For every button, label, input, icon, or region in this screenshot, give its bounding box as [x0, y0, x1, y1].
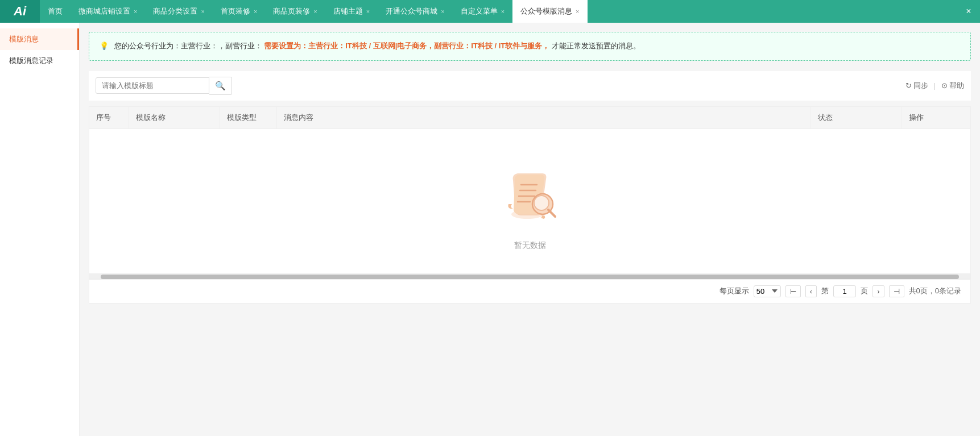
- search-area: 🔍: [96, 77, 232, 95]
- tab-close-icon[interactable]: ×: [576, 8, 579, 15]
- empty-icon: [496, 163, 564, 231]
- search-input[interactable]: [96, 77, 209, 94]
- empty-text: 暂无数据: [514, 240, 546, 251]
- table-header-模版名称: 模版名称: [129, 107, 220, 128]
- alert-highlight: 需要设置为：主营行业：IT科技 / 互联网|电子商务，副营行业：IT科技 / I…: [264, 41, 549, 50]
- last-page-button[interactable]: ⊣: [889, 285, 904, 297]
- nav-tab-自定义菜单[interactable]: 自定义菜单×: [453, 0, 512, 23]
- svg-line-7: [548, 210, 555, 217]
- svg-point-6: [534, 196, 549, 210]
- sidebar-item-模版消息[interactable]: 模版消息: [0, 28, 79, 50]
- page-label: 第: [821, 286, 829, 296]
- pagination: 每页显示 50 10 20 100 ⊢ ‹ 第 页 › ⊣ 共0页，0条记录: [89, 279, 970, 303]
- help-label: 帮助: [949, 81, 964, 91]
- nav-tab-首页[interactable]: 首页: [40, 0, 71, 23]
- horizontal-scrollbar[interactable]: [89, 273, 970, 279]
- sidebar-item-模版消息记录[interactable]: 模版消息记录: [0, 50, 79, 72]
- page-summary: 共0页，0条记录: [909, 286, 961, 296]
- tab-close-icon[interactable]: ×: [134, 8, 137, 15]
- sync-icon: ↻: [905, 81, 912, 90]
- nav-tab-首页装修[interactable]: 首页装修×: [213, 0, 265, 23]
- nav-tab-开通公众号商城[interactable]: 开通公众号商城×: [378, 0, 452, 23]
- alert-prefix: 您的公众号行业为：主营行业：，副营行业：: [114, 41, 262, 50]
- tab-close-icon[interactable]: ×: [313, 8, 317, 15]
- nav-tabs: 首页微商城店铺设置×商品分类设置×首页装修×商品页装修×店铺主题×开通公众号商城…: [40, 0, 957, 23]
- nav-tab-店铺主题[interactable]: 店铺主题×: [325, 0, 378, 23]
- nav-tab-微商城店铺设置[interactable]: 微商城店铺设置×: [71, 0, 145, 23]
- empty-state: 暂无数据: [89, 129, 970, 273]
- toolbar-divider: |: [934, 81, 936, 90]
- next-page-button[interactable]: ›: [873, 285, 884, 297]
- table-header-消息内容: 消息内容: [277, 107, 811, 128]
- main-layout: 模版消息模版消息记录 💡 您的公众号行业为：主营行业：，副营行业： 需要设置为：…: [0, 23, 980, 436]
- table-header-序号: 序号: [89, 107, 129, 128]
- tab-close-icon[interactable]: ×: [441, 8, 444, 15]
- top-nav: Ai 首页微商城店铺设置×商品分类设置×首页装修×商品页装修×店铺主题×开通公众…: [0, 0, 980, 23]
- industry-alert: 💡 您的公众号行业为：主营行业：，副营行业： 需要设置为：主营行业：IT科技 /…: [89, 32, 971, 61]
- table-header: 序号模版名称模版类型消息内容状态操作: [89, 107, 970, 129]
- help-icon: ⊙: [941, 81, 948, 90]
- sync-button[interactable]: ↻ 同步: [905, 81, 928, 91]
- nav-tab-商品分类设置[interactable]: 商品分类设置×: [145, 0, 212, 23]
- nav-tab-公众号模版消息[interactable]: 公众号模版消息×: [512, 0, 587, 23]
- sidebar: 模版消息模版消息记录: [0, 23, 80, 436]
- toolbar-right: ↻ 同步 | ⊙ 帮助: [905, 81, 964, 91]
- toolbar: 🔍 ↻ 同步 | ⊙ 帮助: [89, 71, 971, 101]
- prev-page-button[interactable]: ‹: [805, 285, 817, 297]
- app-logo[interactable]: Ai: [0, 0, 40, 23]
- content-area: 💡 您的公众号行业为：主营行业：，副营行业： 需要设置为：主营行业：IT科技 /…: [80, 23, 980, 436]
- data-table: 序号模版名称模版类型消息内容状态操作: [89, 106, 971, 304]
- alert-suffix: 才能正常发送预置的消息。: [552, 41, 640, 50]
- help-button[interactable]: ⊙ 帮助: [941, 81, 964, 91]
- alert-icon: 💡: [100, 41, 109, 50]
- table-header-模版类型: 模版类型: [220, 107, 277, 128]
- page-size-label: 每页显示: [720, 286, 749, 296]
- table-header-状态: 状态: [811, 107, 902, 128]
- search-button[interactable]: 🔍: [209, 77, 232, 95]
- tab-close-icon[interactable]: ×: [501, 8, 505, 15]
- close-all-button[interactable]: ×: [957, 0, 980, 23]
- tab-close-icon[interactable]: ×: [254, 8, 257, 15]
- nav-tab-商品页装修[interactable]: 商品页装修×: [265, 0, 325, 23]
- scrollbar-thumb[interactable]: [101, 275, 959, 279]
- tab-close-icon[interactable]: ×: [366, 8, 370, 15]
- page-size-select[interactable]: 50 10 20 100: [754, 285, 781, 297]
- table-header-操作: 操作: [902, 107, 970, 128]
- sync-label: 同步: [913, 81, 928, 91]
- first-page-button[interactable]: ⊢: [785, 285, 801, 297]
- tab-close-icon[interactable]: ×: [201, 8, 204, 15]
- page-number-input[interactable]: [833, 285, 856, 297]
- page-suffix: 页: [861, 286, 868, 296]
